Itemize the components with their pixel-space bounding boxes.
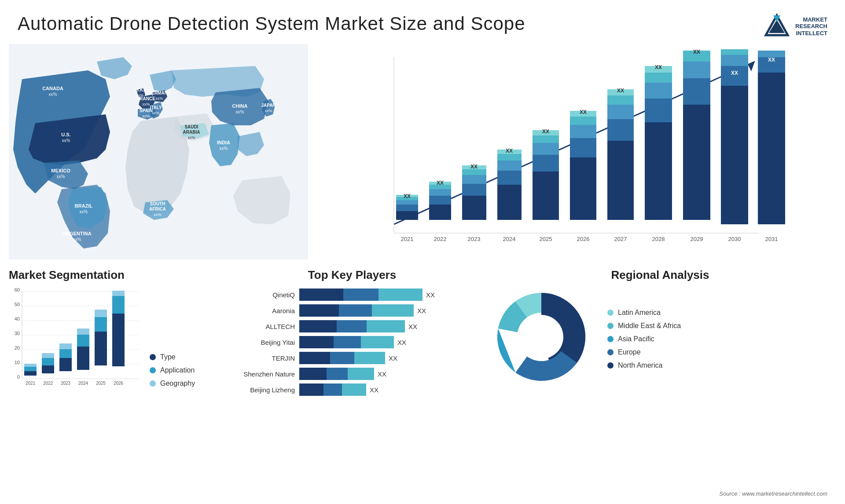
svg-rect-74 (570, 157, 596, 220)
bar-2028: XX 2028 (645, 64, 672, 242)
svg-text:40: 40 (15, 316, 20, 321)
svg-text:U.K.: U.K. (136, 88, 144, 92)
svg-text:AFRICA: AFRICA (149, 207, 166, 212)
svg-text:XX: XX (580, 109, 587, 115)
svg-text:xx%: xx% (236, 110, 244, 114)
svg-rect-139 (77, 347, 89, 370)
svg-text:xx%: xx% (142, 114, 150, 118)
svg-text:xx%: xx% (152, 111, 159, 115)
svg-rect-104 (721, 49, 748, 55)
svg-text:ARABIA: ARABIA (183, 130, 200, 135)
logo: MARKET RESEARCH INTELLECT (764, 13, 827, 40)
svg-rect-76 (570, 125, 596, 138)
svg-rect-96 (683, 78, 710, 105)
bar-2030: XX 2030 (721, 49, 748, 242)
svg-rect-54 (462, 184, 486, 196)
bar-2031: XX 2031 (758, 51, 785, 242)
svg-text:2029: 2029 (691, 236, 703, 242)
world-map: CANADA xx% U.S. xx% MEXICO xx% BRAZIL xx… (9, 44, 308, 259)
svg-text:XX: XX (617, 88, 624, 94)
svg-text:2021: 2021 (401, 236, 414, 242)
svg-rect-41 (396, 200, 418, 205)
svg-text:XX: XX (655, 64, 662, 70)
player-row-alltech: ALLTECH XX (229, 320, 475, 332)
svg-rect-63 (497, 154, 522, 161)
svg-rect-82 (607, 119, 634, 141)
svg-text:BRAZIL: BRAZIL (75, 203, 93, 208)
svg-text:CHINA: CHINA (232, 103, 248, 109)
svg-rect-145 (95, 310, 107, 317)
svg-text:U.S.: U.S. (61, 132, 70, 137)
svg-rect-91 (645, 73, 672, 83)
players-list: QinetiQ XX Aaronia (229, 289, 475, 396)
svg-text:2024: 2024 (503, 236, 516, 242)
svg-text:10: 10 (15, 360, 20, 365)
pie-container: Latin America Middle East & Africa Asia … (484, 286, 836, 387)
svg-rect-135 (59, 358, 72, 371)
svg-rect-48 (429, 189, 451, 196)
svg-rect-39 (396, 211, 418, 220)
logo-text: MARKET RESEARCH INTELLECT (795, 16, 827, 37)
player-row-terjin: TERJIN XX (229, 352, 475, 364)
svg-rect-46 (429, 205, 451, 220)
svg-text:xx%: xx% (154, 212, 161, 217)
svg-text:2026: 2026 (114, 381, 124, 386)
svg-rect-83 (607, 105, 634, 119)
player-row-qinetiq: QinetiQ XX (229, 289, 475, 301)
svg-text:2022: 2022 (43, 381, 53, 386)
svg-rect-109 (758, 51, 785, 57)
svg-text:XX: XX (731, 70, 738, 76)
svg-rect-136 (59, 349, 72, 358)
svg-text:xx%: xx% (187, 135, 195, 140)
bar-2029: XX 2029 (683, 49, 710, 242)
svg-rect-128 (24, 367, 37, 371)
svg-text:ITALY: ITALY (150, 105, 162, 110)
regional-title: Regional Analysis (484, 268, 836, 282)
svg-rect-81 (607, 141, 634, 220)
segmentation-section: Market Segmentation 0 10 20 30 40 50 60 (9, 268, 220, 396)
svg-rect-140 (77, 335, 89, 347)
svg-text:JAPAN: JAPAN (261, 103, 276, 108)
svg-text:xx%: xx% (57, 174, 65, 179)
regional-section: Regional Analysis (484, 268, 836, 396)
svg-point-151 (519, 315, 563, 359)
svg-text:2026: 2026 (577, 236, 590, 242)
legend-latin-america: Latin America (607, 309, 681, 317)
svg-text:2021: 2021 (26, 381, 36, 386)
svg-rect-143 (95, 332, 107, 365)
svg-text:2025: 2025 (540, 236, 552, 242)
bar-2026: XX 2026 (570, 109, 596, 242)
svg-text:xx%: xx% (220, 146, 228, 151)
svg-text:SOUTH: SOUTH (150, 201, 165, 206)
svg-text:2025: 2025 (96, 381, 106, 386)
svg-text:xx%: xx% (155, 96, 163, 101)
bar-2024: XX 2024 (497, 148, 522, 242)
svg-text:2027: 2027 (614, 236, 627, 242)
svg-text:XX: XX (404, 193, 411, 199)
svg-rect-148 (112, 296, 125, 314)
svg-rect-60 (497, 185, 522, 220)
bar-2021: XX 2021 (396, 193, 418, 242)
svg-text:XX: XX (437, 180, 444, 186)
player-row-beijing-lizheng: Beijing Lizheng XX (229, 383, 475, 396)
svg-rect-67 (533, 172, 559, 220)
svg-rect-70 (533, 135, 559, 143)
legend-middle-east-africa: Middle East & Africa (607, 322, 681, 330)
svg-rect-47 (429, 196, 451, 205)
svg-text:xx%: xx% (80, 209, 88, 214)
svg-rect-75 (570, 138, 596, 157)
source-text: Source : www.marketresearchintellect.com (719, 489, 827, 497)
svg-rect-97 (683, 62, 710, 78)
player-row-aaronia: Aaronia XX (229, 304, 475, 317)
page-title: Automatic Drone Detection System Market … (18, 13, 525, 34)
svg-rect-69 (533, 143, 559, 155)
geography-color (150, 380, 156, 387)
svg-rect-68 (533, 155, 559, 172)
application-color (150, 367, 156, 373)
legend-geography: Geography (150, 380, 195, 387)
svg-rect-103 (721, 55, 748, 66)
type-color (150, 354, 156, 360)
svg-text:2024: 2024 (78, 381, 88, 386)
svg-rect-56 (462, 169, 486, 175)
svg-rect-77 (570, 117, 596, 125)
